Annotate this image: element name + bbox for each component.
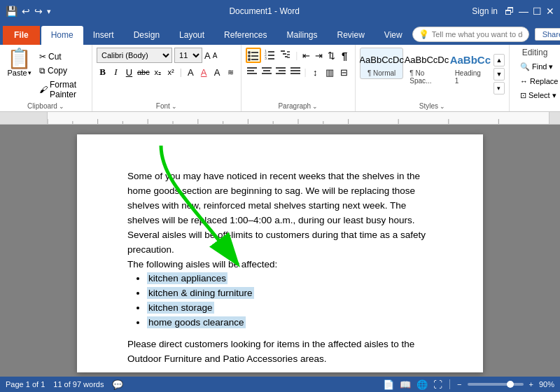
redo-icon[interactable]: ↪: [33, 4, 44, 18]
font-expand-icon[interactable]: ⌄: [172, 103, 177, 110]
zoom-level[interactable]: 90%: [539, 380, 554, 388]
font-effects-button[interactable]: ≋: [225, 64, 237, 80]
svg-rect-28: [290, 70, 300, 71]
tab-references[interactable]: References: [214, 26, 276, 45]
zoom-thumb[interactable]: [507, 381, 514, 388]
more-qat-icon[interactable]: ▾: [46, 6, 52, 18]
tell-me-box[interactable]: 💡: [412, 27, 529, 42]
list-item-1: kitchen appliances: [147, 272, 433, 286]
clear-formatting-button[interactable]: A: [185, 64, 197, 80]
styles-scroll-down[interactable]: ▼: [493, 68, 505, 80]
underline-button[interactable]: U: [123, 64, 135, 80]
styles-group: AaBbCcDc ¶ Normal AaBbCcDc ¶ No Spac... …: [356, 45, 510, 111]
increase-font-icon[interactable]: A: [204, 50, 211, 61]
status-bar: Page 1 of 1 11 of 97 words 💬 📄 📖 🌐 ⛶ − +…: [0, 377, 560, 392]
styles-expand[interactable]: ▾: [493, 82, 505, 94]
style-no-spacing[interactable]: AaBbCcDc ¶ No Spac...: [405, 48, 448, 87]
style-heading-label: Heading 1: [455, 69, 486, 85]
find-button[interactable]: 🔍 Find ▾: [517, 60, 553, 74]
font-color-button[interactable]: A: [198, 64, 210, 80]
bold-button[interactable]: B: [97, 64, 108, 80]
svg-rect-16: [287, 54, 290, 55]
tab-home[interactable]: Home: [41, 26, 83, 45]
highlight-color-button[interactable]: A: [211, 64, 223, 80]
web-layout-icon[interactable]: 🌐: [416, 379, 428, 390]
paragraph-group: 1.2.3. | ⇤ ⇥ ⇅ ¶: [241, 45, 356, 111]
bullets-button[interactable]: [246, 48, 262, 63]
paste-dropdown-icon[interactable]: ▾: [28, 69, 31, 76]
restore-icon[interactable]: 🗗: [505, 6, 514, 17]
tab-view[interactable]: View: [374, 26, 412, 45]
word-count[interactable]: 11 of 97 words: [53, 380, 104, 388]
editing-group: Editing 🔍 Find ▾ ↔ Replace ⊡ Select ▾: [510, 45, 560, 111]
ruler-bar: [0, 112, 560, 125]
styles-expand-icon[interactable]: ⌄: [440, 103, 445, 110]
show-marks-button[interactable]: ¶: [339, 48, 351, 63]
increase-indent-button[interactable]: ⇥: [313, 48, 325, 63]
zoom-out-icon[interactable]: −: [457, 380, 461, 388]
highlight-kitchen-appliances: kitchen appliances: [147, 272, 227, 284]
line-spacing-button[interactable]: ↕: [309, 64, 322, 80]
styles-scroll-up[interactable]: ▲: [493, 54, 505, 66]
decrease-indent-button[interactable]: ⇤: [300, 48, 312, 63]
affected-aisles-list: kitchen appliances kitchen & dining furn…: [147, 272, 433, 330]
undo-icon[interactable]: ↩: [20, 4, 31, 18]
list-item-2: kitchen & dining furniture: [147, 286, 433, 301]
align-left-button[interactable]: [246, 64, 259, 80]
zoom-in-icon[interactable]: +: [529, 380, 533, 388]
replace-button[interactable]: ↔ Replace: [517, 75, 553, 88]
tab-design[interactable]: Design: [124, 26, 169, 45]
borders-button[interactable]: ⊟: [337, 64, 350, 80]
justify-button[interactable]: [288, 64, 302, 80]
minimize-icon[interactable]: —: [519, 6, 528, 17]
clipboard-expand-icon[interactable]: ⌄: [59, 103, 64, 110]
sort-button[interactable]: ⇅: [326, 48, 337, 63]
read-mode-icon[interactable]: 📖: [400, 379, 411, 390]
font-family-select[interactable]: Calibri (Body): [97, 48, 172, 63]
tab-layout[interactable]: Layout: [169, 26, 214, 45]
copy-button[interactable]: ⧉ Copy: [37, 64, 88, 77]
paste-button[interactable]: 📋 Paste ▾: [4, 48, 34, 78]
format-painter-button[interactable]: 🖌 Format Painter: [37, 78, 88, 101]
paragraph-expand-icon[interactable]: ⌄: [312, 103, 318, 110]
page-indicator[interactable]: Page 1 of 1: [6, 380, 45, 388]
zoom-slider[interactable]: [468, 383, 524, 386]
italic-button[interactable]: I: [110, 64, 122, 80]
share-button[interactable]: Share: [535, 28, 560, 41]
highlight-home-goods: home goods clearance: [147, 316, 246, 328]
numbering-button[interactable]: 1.2.3.: [262, 48, 277, 63]
subscript-button[interactable]: x₂: [152, 64, 164, 80]
ruler[interactable]: [48, 112, 549, 124]
tab-mailings[interactable]: Mailings: [276, 26, 327, 45]
maximize-icon[interactable]: ☐: [533, 6, 542, 17]
decrease-font-icon[interactable]: A: [213, 52, 218, 59]
save-icon[interactable]: 💾: [4, 4, 19, 18]
superscript-button[interactable]: x²: [165, 64, 177, 80]
multilevel-list-button[interactable]: [278, 48, 293, 63]
close-icon[interactable]: ✕: [546, 6, 554, 17]
svg-rect-15: [287, 51, 290, 52]
svg-rect-1: [251, 52, 258, 53]
center-button[interactable]: [260, 64, 273, 80]
tab-insert[interactable]: Insert: [83, 26, 124, 45]
tell-me-input[interactable]: [432, 30, 523, 38]
print-layout-icon[interactable]: 📄: [383, 379, 394, 390]
select-button[interactable]: ⊡ Select ▾: [517, 89, 553, 102]
tab-review[interactable]: Review: [327, 26, 374, 45]
highlight-kitchen-storage: kitchen storage: [147, 302, 214, 314]
cut-button[interactable]: ✂ Cut: [37, 50, 88, 63]
focus-mode-icon[interactable]: ⛶: [433, 379, 442, 390]
ribbon-content: 📋 Paste ▾ ✂ Cut ⧉ Copy: [0, 45, 560, 112]
clipboard-group: 📋 Paste ▾ ✂ Cut ⧉ Copy: [0, 45, 92, 111]
document-area[interactable]: Some of you may have noticed in recent w…: [0, 125, 560, 377]
proofing-icon[interactable]: 💬: [112, 379, 123, 390]
style-normal[interactable]: AaBbCcDc ¶ Normal: [360, 48, 403, 79]
tab-file[interactable]: File: [3, 26, 40, 45]
shading-button[interactable]: ▥: [323, 64, 336, 80]
font-size-select[interactable]: 11: [174, 48, 202, 63]
style-heading1[interactable]: AaBbCc Heading 1: [450, 48, 491, 87]
strikethrough-button[interactable]: abc: [136, 64, 150, 80]
align-right-button[interactable]: [274, 64, 288, 80]
style-nospace-label: ¶ No Spac...: [410, 69, 443, 85]
sign-in-link[interactable]: Sign in: [472, 6, 498, 16]
